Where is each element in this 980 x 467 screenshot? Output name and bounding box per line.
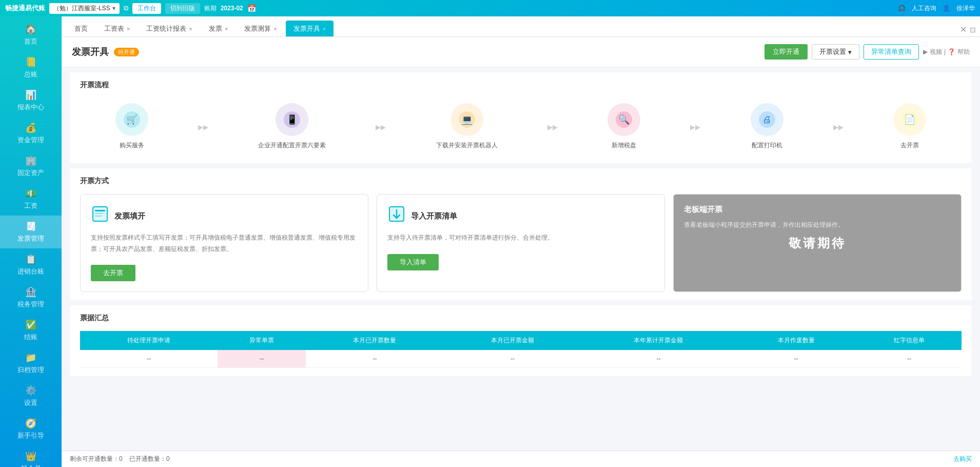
ledger-icon: 📒 (25, 56, 36, 68)
member-icon: 👑 (25, 451, 36, 462)
fill-invoice-desc: 支持按照发票样式手工填写开发票；可开具增值税电子普通发票、增值税普通发票、增值税… (91, 232, 358, 255)
step-add-taxbox[interactable]: 🔍 新增税盘 (607, 103, 640, 150)
close-all-tabs-icon[interactable]: ✕ (960, 25, 967, 34)
fill-invoice-title: 发票填开 (114, 211, 145, 221)
arrow-4: ▸▸ (690, 121, 700, 133)
fill-invoice-card: 发票填开 支持按照发票样式手工填写开发票；可开具增值税电子普通发票、增值税普通发… (80, 194, 368, 292)
sidebar-item-reports[interactable]: 📊 报表中心 (0, 84, 62, 117)
arrow-2: ▸▸ (376, 121, 386, 133)
calendar-icon[interactable]: 📅 (247, 4, 256, 12)
step-buy-service-label: 购买服务 (120, 141, 144, 150)
workspace-button[interactable]: 工作台 (132, 3, 161, 14)
restore-tab-icon[interactable]: ⊡ (970, 26, 976, 34)
sidebar-item-salary[interactable]: 💵 工资 (0, 183, 62, 216)
tab-home[interactable]: 首页 (67, 21, 95, 36)
fill-invoice-btn[interactable]: 去开票 (91, 265, 135, 281)
svg-text:💻: 💻 (461, 114, 473, 125)
sidebar-label-newbie: 新手引导 (17, 431, 44, 440)
sidebar-item-newbie[interactable]: 🧭 新手引导 (0, 413, 62, 445)
buy-link[interactable]: 去购买 (953, 455, 972, 463)
sidebar-item-invoice[interactable]: 🧾 发票管理 (0, 216, 62, 248)
page-header: 发票开具 待开通 立即开通 开票设置 ▾ 异常清单查询 ▶ 视频 | ❓ (62, 37, 980, 67)
company-dropdown-icon: ▾ (112, 5, 115, 12)
sidebar-item-archive[interactable]: 📁 归档管理 (0, 347, 62, 380)
footer-remaining: 剩余可开通数量：0 已开通数量：0 (70, 455, 170, 463)
step-issue-invoice[interactable]: 📄 去开票 (893, 103, 926, 150)
sidebar-label-salary: 工资 (24, 201, 37, 210)
sidebar-item-member[interactable]: 👑 畅会员 (0, 445, 62, 467)
sidebar-label-settlement: 结账 (24, 333, 37, 342)
coming-soon-overlay: 敬请期待 (674, 194, 961, 291)
sidebar-item-tax[interactable]: 🏦 税务管理 (0, 281, 62, 314)
help-label[interactable]: 帮助 (957, 48, 970, 56)
top-bar-right: 🎧 人工咨询 👤 徐泽华 (898, 4, 975, 13)
tab-salary-stats[interactable]: 工资统计报表 × (139, 21, 200, 36)
step-issue-invoice-icon: 📄 (893, 103, 926, 136)
avatar-icon: 👤 (943, 5, 950, 12)
tab-invoice-mgmt[interactable]: 发票 × (201, 21, 236, 36)
main-layout: 🏠 首页 📒 总账 📊 报表中心 💰 资金管理 🏢 固定资产 💵 工资 🧾 发票… (0, 16, 980, 467)
sidebar-item-settings[interactable]: ⚙️ 设置 (0, 380, 62, 413)
tab-invoice-tool[interactable]: 发票开具 × (286, 21, 334, 36)
tab-salary-table-label: 工资表 (104, 24, 124, 33)
sidebar-label-settings: 设置 (24, 398, 37, 407)
import-invoice-btn[interactable]: 导入清单 (387, 254, 439, 270)
config-enterprise-svg: 📱 (283, 110, 301, 129)
tab-invoice-tool-close[interactable]: × (323, 26, 326, 32)
period-label: 账期 (204, 4, 217, 13)
tab-salary-table[interactable]: 工资表 × (96, 21, 138, 36)
step-config-printer[interactable]: 🖨 配置打印机 (751, 103, 783, 150)
step-buy-service[interactable]: 🛒 购买服务 (115, 103, 148, 150)
sidebar-label-funds: 资金管理 (17, 135, 44, 145)
svg-rect-13 (95, 210, 105, 211)
view-count-label[interactable]: 视频 (930, 48, 942, 56)
add-taxbox-svg: 🔍 (615, 110, 633, 129)
step-buy-service-icon: 🛒 (115, 103, 148, 136)
step-download-robot[interactable]: 💻 下载并安装开票机器人 (436, 103, 498, 150)
status-badge: 待开通 (114, 48, 139, 56)
opened-text: 已开通数量：0 (129, 455, 170, 462)
import-invoice-desc: 支持导入待开票清单，可对待开票清单进行拆分、合并处理。 (387, 232, 654, 244)
old-version-button[interactable]: 切到旧版 (165, 3, 200, 14)
customer-service-label[interactable]: 人工咨询 (912, 4, 936, 13)
sidebar-item-funds[interactable]: 💰 资金管理 (0, 117, 62, 150)
summary-header-row: 待处理开票申请 异常单票 本月已开票数量 本月已开票金额 本年累计开票金额 本月… (80, 331, 962, 350)
username-label[interactable]: 徐泽华 (956, 4, 975, 13)
sidebar-item-home[interactable]: 🏠 首页 (0, 18, 62, 51)
arrow-1: ▸▸ (198, 121, 208, 133)
home-icon: 🏠 (25, 24, 36, 35)
abnormal-query-button[interactable]: 异常清单查询 (864, 44, 919, 60)
tab-invoice-mgmt-label: 发票 (209, 24, 222, 33)
open-settings-button[interactable]: 开票设置 ▾ (812, 44, 859, 60)
col-red-info: 红字信息单 (857, 331, 962, 350)
bottom-bar: 剩余可开通数量：0 已开通数量：0 去购买 (62, 451, 980, 467)
sidebar-item-purchase[interactable]: 📋 进销台账 (0, 248, 62, 281)
cell-red-info: -- (857, 350, 962, 368)
cell-void-count: -- (736, 350, 857, 368)
import-invoice-icon (387, 205, 406, 227)
tab-home-label: 首页 (74, 24, 88, 33)
step-config-printer-icon: 🖨 (751, 103, 783, 136)
tab-invoice-calc-close[interactable]: × (273, 26, 277, 32)
purchase-icon: 📋 (25, 254, 36, 265)
company-selector[interactable]: （勉）江西服室-LSS ▾ (49, 3, 120, 14)
sidebar-item-ledger[interactable]: 📒 总账 (0, 51, 62, 84)
sidebar-label-home: 首页 (24, 37, 37, 46)
reports-icon: 📊 (25, 89, 36, 101)
page-content: 发票开具 待开通 立即开通 开票设置 ▾ 异常清单查询 ▶ 视频 | ❓ (62, 37, 980, 451)
view-icon: ▶ (923, 48, 928, 55)
sidebar-item-assets[interactable]: 🏢 固定资产 (0, 150, 62, 183)
tab-salary-table-close[interactable]: × (127, 26, 130, 32)
tab-invoice-mgmt-close[interactable]: × (225, 26, 228, 32)
step-config-enterprise[interactable]: 📱 企业开通配置开票六要素 (258, 103, 326, 150)
copy-icon[interactable]: ⧉ (124, 4, 128, 12)
sidebar-label-tax: 税务管理 (17, 300, 44, 309)
summary-data-row: -- -- -- -- -- -- -- (80, 350, 962, 368)
tab-invoice-calc[interactable]: 发票测算 × (237, 21, 284, 36)
open-now-button[interactable]: 立即开通 (765, 44, 808, 60)
method-cards: 发票填开 支持按照发票样式手工填写开发票；可开具增值税电子普通发票、增值税普通发… (80, 194, 962, 292)
sidebar-item-settlement[interactable]: ✅ 结账 (0, 314, 62, 347)
open-settings-label: 开票设置 (819, 47, 846, 56)
help-icon: ❓ (948, 48, 955, 55)
tab-salary-stats-close[interactable]: × (189, 26, 192, 32)
